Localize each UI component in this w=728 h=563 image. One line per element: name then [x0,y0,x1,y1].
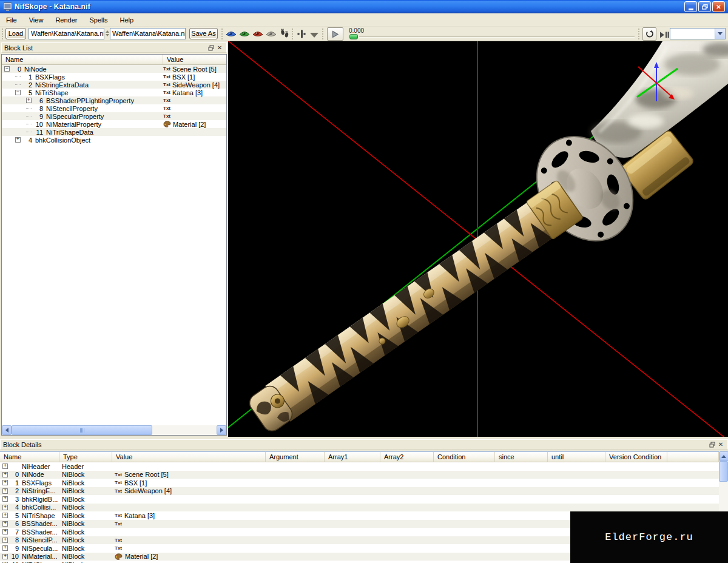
draw-constraints-eye-icon[interactable] [265,29,277,39]
close-button[interactable]: ✕ [712,1,725,12]
play-pause-icon[interactable] [658,30,670,39]
details-row-NiNode[interactable]: +0NiNodeNiBlockTxtScene Root [5] [0,471,719,479]
hscroll-thumb[interactable] [12,425,152,435]
animation-combobox[interactable] [670,28,726,39]
column-header-argument[interactable]: Argument [266,452,325,462]
menu-item-render[interactable]: Render [49,15,83,25]
tree-row-NiSpecularProperty[interactable]: 9NiSpecularPropertyTxt [2,112,226,120]
tree-expander-expand[interactable]: + [2,513,8,518]
tree-row-NiStencilProperty[interactable]: 8NiStencilPropertyTxt [2,104,226,112]
transform-move-icon[interactable] [295,29,308,39]
details-row-NiHeader[interactable]: +NiHeaderHeader [0,462,719,471]
txt-icon: Txt [115,488,122,494]
tree-row-BSXFlags[interactable]: 1BSXFlagsTxtBSX [1] [2,73,226,81]
minimize-button[interactable] [684,1,697,12]
vscroll-thumb[interactable] [719,461,728,482]
float-panel-icon[interactable] [207,44,215,52]
tree-expander-expand[interactable]: + [2,505,8,510]
column-header-name[interactable]: Name [0,452,59,462]
hscroll-track[interactable] [152,425,217,435]
details-row-NiStringE...[interactable]: +2NiStringE...NiBlockTxtSideWeapon [4] [0,487,719,496]
toolbar-grip[interactable] [2,29,4,39]
loop-animation-button[interactable] [642,27,656,41]
float-panel-icon[interactable] [708,440,716,448]
close-panel-icon[interactable]: ✕ [215,44,224,52]
draw-nodes-eye-icon[interactable] [238,29,251,39]
details-row-BSXFlags[interactable]: +1BSXFlagsNiBlockTxtBSX [1] [0,479,719,487]
tree-row-NiMaterialProperty[interactable]: 10NiMaterialPropertyMaterial [2] [2,120,226,128]
minimize-icon [689,8,693,10]
tree-expander-collapse[interactable]: − [15,90,21,95]
column-header-condition[interactable]: Condition [434,452,495,462]
toolbar-grip[interactable] [322,29,324,39]
menu-item-view[interactable]: View [23,15,50,25]
swap-paths-button[interactable] [106,30,109,36]
tree-expander-collapse[interactable]: − [4,66,10,72]
tree-expander-expand[interactable]: + [2,480,8,485]
time-slider-thumb[interactable] [349,34,358,39]
menu-item-file[interactable]: File [0,15,23,25]
txt-icon: Txt [115,521,122,527]
tree-row-NiStringExtraData[interactable]: 2NiStringExtraDataTxtSideWeapon [4] [2,81,226,89]
save-as-button[interactable]: Save As [189,28,218,39]
block-number: 4 [9,504,19,511]
3d-viewport[interactable] [228,41,728,437]
load-button[interactable]: Load [5,28,26,39]
column-header-type[interactable]: Type [59,452,112,462]
block-value: Txt [163,104,170,112]
close-panel-icon[interactable]: ✕ [716,440,725,448]
toolbar-grip[interactable] [638,29,640,39]
block-type: NiBlock [59,487,112,496]
column-header-value[interactable]: Value [163,55,226,64]
restore-button[interactable] [698,1,711,12]
column-header-value[interactable]: Value [112,452,266,462]
column-header-array2[interactable]: Array2 [380,452,434,462]
tree-row-NiTriShapeData[interactable]: 11NiTriShapeData [2,128,226,136]
chevron-down-icon[interactable] [308,30,320,40]
column-header-until[interactable]: until [548,452,605,462]
tree-expander-expand[interactable]: + [2,538,8,543]
tree-row-NiTriShape[interactable]: −5NiTriShapeTxtKatana [3] [2,89,226,96]
save-path-field[interactable]: Waffen\Katana\Katana.nif [110,28,186,39]
scroll-left-button[interactable] [2,425,12,435]
menu-item-spells[interactable]: Spells [83,15,113,25]
footprints-icon[interactable] [278,29,291,38]
tree-expander-expand[interactable]: + [2,472,8,477]
block-value: Txt [163,96,170,104]
column-header-version-condition[interactable]: Version Condition [605,452,667,462]
tree-row-bhkCollisionObject[interactable]: +4bhkCollisionObject [2,136,226,144]
column-header-array1[interactable]: Array1 [325,452,380,462]
tree-expander-expand[interactable]: + [26,98,32,103]
scroll-right-button[interactable] [217,425,226,435]
tree-expander-expand[interactable]: + [2,521,8,527]
toolbar-grip[interactable] [221,29,223,39]
play-button[interactable] [327,27,343,41]
tree-expander-expand[interactable]: + [2,545,8,551]
time-slider-track[interactable] [359,36,635,38]
draw-havok-eye-icon[interactable] [252,29,264,39]
tree-expander-expand[interactable]: + [2,529,8,534]
details-row-bhkCollisi...[interactable]: +4bhkCollisi...NiBlock [0,504,719,512]
tree-expander-expand[interactable]: + [2,464,8,469]
toolbar-grip[interactable] [292,29,294,39]
tree-expander-expand[interactable]: + [2,488,8,494]
tree-expander-expand[interactable]: + [2,554,8,559]
tree-row-BSShaderPPLightingProperty[interactable]: +6BSShaderPPLightingPropertyTxt [2,96,226,104]
draw-axes-eye-icon[interactable] [225,29,237,39]
combobox-arrow-button[interactable] [715,29,725,39]
viewport-canvas[interactable] [228,41,728,437]
block-number: 1 [9,479,19,487]
scroll-up-button[interactable] [719,451,728,461]
txt-icon: Txt [163,106,170,111]
details-row-bhkRigidB...[interactable]: +3bhkRigidB...NiBlock [0,495,719,504]
tree-expander-expand[interactable]: + [2,496,8,502]
tree-row-NiNode[interactable]: −0NiNodeTxtScene Root [5] [2,65,226,73]
tree-expander-expand[interactable]: + [15,137,21,143]
window-titlebar[interactable]: NifSkope - Katana.nif ✕ [0,0,728,13]
block-name: NiStencilP... [22,536,58,544]
column-header-name[interactable]: Name [2,55,163,64]
menu-item-help[interactable]: Help [113,15,140,25]
load-path-field[interactable]: Waffen\Katana\Katana.nif [29,28,104,39]
txt-icon: Txt [163,113,170,119]
column-header-since[interactable]: since [495,452,548,462]
